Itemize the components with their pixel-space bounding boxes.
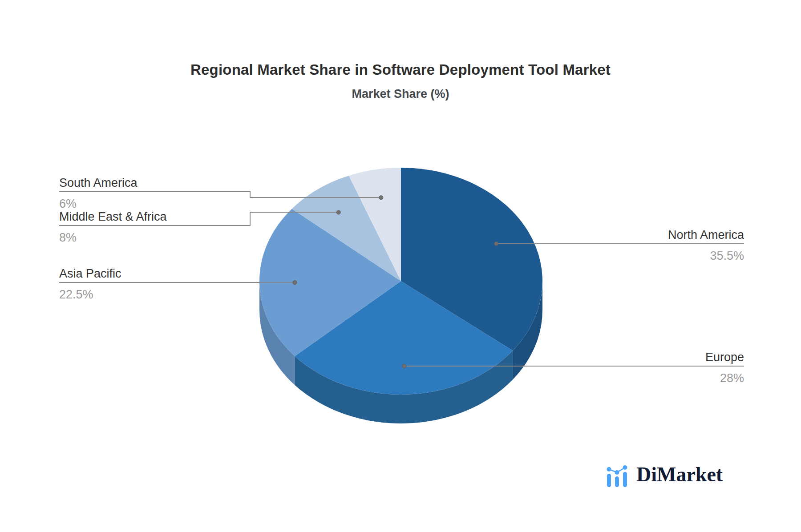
bar-line-chart-icon	[605, 462, 631, 487]
slice-label-value: 35.5%	[668, 249, 744, 262]
slice-label-europe: Europe 28%	[705, 350, 744, 385]
logo-text: DiMarket	[636, 462, 723, 488]
slice-marker-south-america	[379, 196, 383, 200]
slice-label-name: North America	[668, 227, 744, 242]
slice-label-name: Middle East & Africa	[59, 209, 167, 224]
slice-marker-middle-east-africa	[336, 210, 340, 214]
slice-label-value: 22.5%	[59, 288, 121, 301]
slice-label-north-america: North America 35.5%	[668, 227, 744, 262]
slice-marker-europe	[402, 364, 406, 368]
slice-label-value: 6%	[59, 197, 138, 210]
slice-marker-asia-pacific	[293, 281, 297, 285]
chart-page: Regional Market Share in Software Deploy…	[0, 0, 801, 532]
slice-label-name: Asia Pacific	[59, 266, 121, 281]
slice-label-value: 28%	[705, 371, 744, 385]
slice-label-name: South America	[59, 175, 138, 190]
slice-label-south-america: South America 6%	[59, 175, 138, 210]
dimarket-logo: DiMarket	[605, 462, 723, 488]
slice-label-value: 8%	[59, 231, 167, 244]
slice-marker-north-america	[494, 242, 498, 246]
slice-label-name: Europe	[705, 350, 744, 365]
slice-label-middle-east-africa: Middle East & Africa 8%	[59, 209, 167, 244]
slice-label-asia-pacific: Asia Pacific 22.5%	[59, 266, 121, 301]
